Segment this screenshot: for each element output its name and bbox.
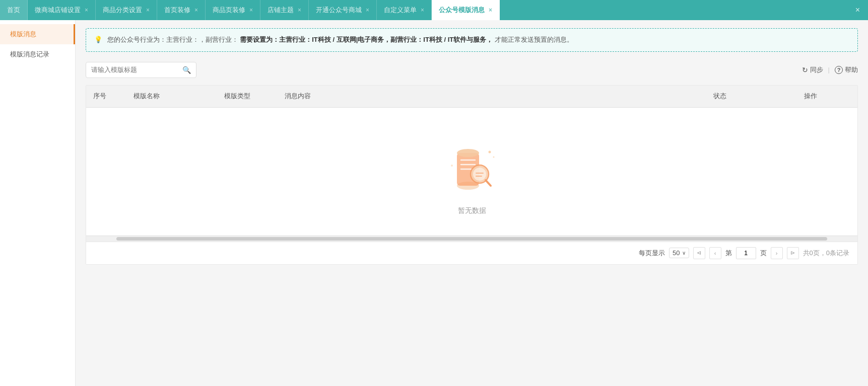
th-seq: 序号	[86, 92, 126, 101]
tab-category[interactable]: 商品分类设置 ×	[96, 0, 157, 20]
th-type: 模版类型	[217, 92, 278, 101]
search-actions: ↻ 同步 | ? 帮助	[802, 65, 858, 74]
horizontal-scrollbar[interactable]	[86, 236, 857, 242]
tab-custommenu[interactable]: 自定义菜单 ×	[377, 0, 432, 20]
tab-templatemsg-close[interactable]: ×	[489, 7, 492, 14]
table-header: 序号 模版名称 模版类型 消息内容 状态 操作	[86, 86, 857, 108]
tab-bar-close-all[interactable]: ×	[847, 6, 868, 15]
search-input-wrap: 🔍	[86, 62, 196, 78]
scrollbar-thumb[interactable]	[116, 237, 827, 241]
svg-point-13	[451, 165, 453, 167]
page-suffix: 页	[760, 249, 767, 258]
pagination: 每页显示 50 ∨ ⊲ ‹ 第 页 › ⊳ 共0页，0条记录	[86, 242, 857, 264]
tab-weshop[interactable]: 微商城店铺设置 ×	[28, 0, 96, 20]
help-button[interactable]: ? 帮助	[835, 65, 858, 74]
page-prefix: 第	[725, 249, 732, 258]
table-wrap: 序号 模版名称 模版类型 消息内容 状态 操作	[86, 85, 858, 265]
empty-text: 暂无数据	[458, 206, 486, 215]
page-last-button[interactable]: ⊳	[787, 247, 799, 259]
chevron-down-icon: ∨	[682, 250, 686, 256]
tab-weshop-close[interactable]: ×	[85, 7, 88, 14]
empty-state: 暂无数据	[86, 108, 857, 236]
page-prev-button[interactable]: ‹	[709, 247, 721, 259]
divider: |	[828, 66, 830, 73]
th-name: 模版名称	[126, 92, 217, 101]
tab-category-close[interactable]: ×	[146, 7, 150, 14]
svg-line-8	[486, 180, 491, 186]
tab-theme-close[interactable]: ×	[298, 7, 301, 14]
tab-home[interactable]: 首页	[0, 0, 28, 20]
tab-templatemsg[interactable]: 公众号模版消息 ×	[432, 0, 500, 20]
svg-point-7	[473, 168, 486, 181]
content-area: 💡 您的公众号行业为：主营行业：，副营行业： 需要设置为：主营行业：IT科技 /…	[76, 20, 868, 386]
tab-homepage[interactable]: 首页装修 ×	[157, 0, 206, 20]
main-layout: 模版消息 模版消息记录 💡 您的公众号行业为：主营行业：，副营行业： 需要设置为…	[0, 20, 868, 386]
page-size-label: 每页显示	[639, 249, 665, 258]
notice-box: 💡 您的公众号行业为：主营行业：，副营行业： 需要设置为：主营行业：IT科技 /…	[86, 28, 858, 52]
search-icon[interactable]: 🔍	[182, 66, 191, 74]
refresh-icon: ↻	[802, 66, 808, 74]
help-icon: ?	[835, 66, 843, 74]
notice-highlight: 需要设置为：主营行业：IT科技 / 互联网|电子商务，副营行业：IT科技 / I…	[240, 36, 493, 43]
sidebar-item-template-msg[interactable]: 模版消息	[0, 24, 75, 44]
sidebar-item-template-msg-log[interactable]: 模版消息记录	[0, 44, 75, 64]
tab-theme[interactable]: 店铺主题 ×	[260, 0, 309, 20]
tab-bar: 首页 微商城店铺设置 × 商品分类设置 × 首页装修 × 商品页装修 × 店铺主…	[0, 0, 868, 20]
tab-productpage-close[interactable]: ×	[249, 7, 253, 14]
page-size-select[interactable]: 50 ∨	[669, 248, 689, 258]
search-bar: 🔍 ↻ 同步 | ? 帮助	[86, 62, 858, 78]
tab-openshop-close[interactable]: ×	[366, 7, 369, 14]
svg-point-11	[488, 150, 491, 153]
page-total: 共0页，0条记录	[803, 249, 849, 258]
tab-custommenu-close[interactable]: ×	[421, 7, 424, 14]
search-input[interactable]	[91, 66, 179, 73]
tab-openshop[interactable]: 开通公众号商城 ×	[309, 0, 377, 20]
sidebar: 模版消息 模版消息记录	[0, 20, 76, 386]
tab-productpage[interactable]: 商品页装修 ×	[206, 0, 260, 20]
svg-point-2	[457, 149, 479, 157]
empty-icon	[442, 138, 502, 198]
th-status: 状态	[706, 92, 797, 101]
tab-homepage-close[interactable]: ×	[194, 7, 198, 14]
page-first-button[interactable]: ⊲	[693, 247, 705, 259]
th-content: 消息内容	[278, 92, 706, 101]
page-number-input[interactable]	[736, 247, 756, 259]
svg-point-12	[493, 156, 494, 158]
th-action: 操作	[797, 92, 857, 101]
sync-button[interactable]: ↻ 同步	[802, 65, 823, 74]
page-next-button[interactable]: ›	[771, 247, 783, 259]
notice-icon: 💡	[94, 36, 102, 43]
